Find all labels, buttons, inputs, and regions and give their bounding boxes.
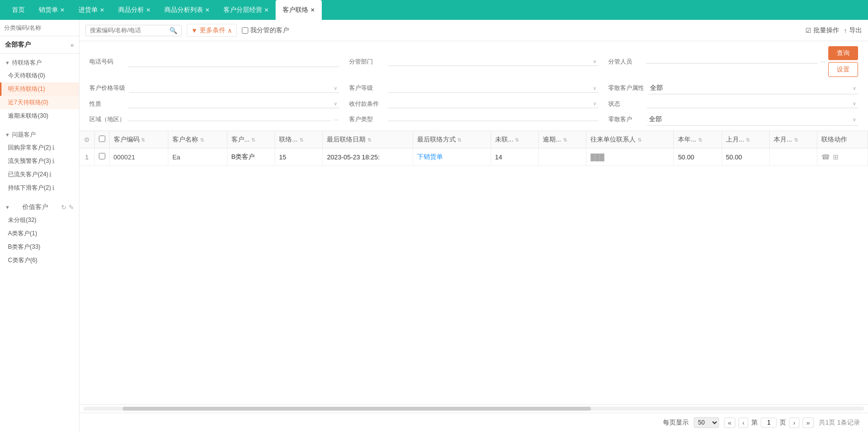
sidebar-item-abnormal[interactable]: 回购异常客户(2) ℹ (0, 141, 79, 154)
sort-type-icon[interactable]: ⇅ (251, 137, 255, 143)
page-number-input[interactable] (761, 418, 777, 428)
filter-icon: ▼ (191, 27, 198, 34)
action-phone-icon[interactable]: ☎ (821, 153, 830, 161)
person-ellipsis[interactable]: ··· (820, 58, 825, 65)
filter-phone: 电话号码 (89, 57, 339, 67)
nav-product-list-close[interactable]: ✕ (205, 7, 210, 13)
th-last-month: 上月... ⇅ (722, 131, 769, 148)
sort-this-month-icon[interactable]: ⇅ (794, 137, 798, 143)
nav-sales-close[interactable]: ✕ (60, 7, 65, 13)
set-button[interactable]: 设置 (828, 62, 858, 77)
customer-level-chevron-icon: ∨ (593, 85, 596, 91)
row-checkbox[interactable] (99, 153, 105, 159)
th-gear[interactable]: ⚙ (79, 131, 94, 148)
search-input[interactable] (90, 27, 169, 34)
sidebar-item-a-class[interactable]: A类客户(1) (0, 227, 79, 240)
th-contacts: 往来单位联系人 ⇅ (586, 131, 674, 148)
sidebar-item-today[interactable]: 今天待联络(0) (0, 69, 79, 82)
filter-payment: 收付款条件 ∨ (349, 99, 599, 108)
value-refresh-icon[interactable]: ↻ (61, 204, 67, 211)
price-level-chevron-icon: ∨ (334, 85, 337, 91)
value-edit-icon[interactable]: ✎ (69, 204, 74, 211)
select-all-checkbox[interactable] (99, 136, 105, 142)
th-no-contact: 未联... ⇅ (491, 131, 538, 148)
prev-page-btn[interactable]: ‹ (738, 418, 748, 428)
sort-name-icon[interactable]: ⇅ (200, 137, 204, 143)
sidebar-item-c-class[interactable]: C类客户(6) (0, 254, 79, 267)
filter-retail-customer-select[interactable]: 全部 ∨ (647, 113, 858, 126)
query-button[interactable]: 查询 (828, 46, 858, 60)
nav-customer-segment-close[interactable]: ✕ (264, 7, 269, 13)
sort-this-year-icon[interactable]: ⇅ (698, 137, 702, 143)
per-page-select[interactable]: 50 100 (694, 417, 719, 428)
cell-checkbox[interactable] (94, 148, 109, 166)
dept-chevron-icon: ∨ (593, 59, 596, 64)
filter-payment-select[interactable]: ∨ (388, 99, 599, 108)
filter-retail-attr-select[interactable]: 全部 ∨ (648, 82, 858, 94)
filter-status-select[interactable]: ∨ (647, 99, 858, 108)
filter-customer-level-select[interactable]: ∨ (388, 84, 599, 93)
sidebar-item-b-class[interactable]: B类客户(33) (0, 240, 79, 254)
last-method-link[interactable]: 下销货单 (417, 153, 443, 160)
sort-contacts-icon[interactable]: ⇅ (638, 137, 642, 143)
sort-code-icon[interactable]: ⇅ (141, 137, 145, 143)
nav-product-analysis[interactable]: 商品分析 ✕ (111, 0, 157, 20)
sidebar-item-tomorrow[interactable]: 明天待联络(1) (0, 82, 79, 96)
filter-person: 分管人员 ··· 查询 设置 (608, 46, 858, 77)
sidebar-all-customers[interactable]: 全部客户 « (0, 36, 79, 54)
table-header-row: ⚙ 客户编码 ⇅ 客户名称 ⇅ 客户... ⇅ 联络... ⇅ 最后联络日期 ⇅… (79, 131, 868, 148)
search-icon[interactable]: 🔍 (169, 27, 177, 34)
status-chevron-icon: ∨ (853, 101, 856, 106)
cell-last-method[interactable]: 下销货单 (413, 148, 491, 166)
nav-product-list[interactable]: 商品分析列表 ✕ (157, 0, 217, 20)
scroll-thumb[interactable] (123, 407, 591, 411)
nav-sales[interactable]: 销货单 ✕ (32, 0, 72, 20)
filter-customer-type-select[interactable] (388, 118, 599, 121)
first-page-btn[interactable]: « (724, 418, 735, 428)
sidebar-section-problem: 问题客户 回购异常客户(2) ℹ 流失预警客户(3) ℹ 已流失客户(24) ℹ… (0, 126, 79, 198)
filter-more-btn[interactable]: ▼ 更多条件 ∧ (187, 24, 237, 37)
sidebar-item-overdue[interactable]: 逾期未联络(30) (0, 109, 79, 123)
nav-customer-contact-close[interactable]: ✕ (310, 7, 315, 13)
filter-gender-select[interactable]: ∨ (128, 99, 339, 108)
filter-dept-select[interactable]: ∨ (388, 57, 599, 66)
cell-this-month (770, 148, 817, 166)
sidebar-item-ungroup[interactable]: 未分组(32) (0, 214, 79, 227)
sort-no-contact-icon[interactable]: ⇅ (515, 137, 519, 143)
sidebar-search-wrap: 🔍 (0, 20, 79, 36)
sidebar-item-lost[interactable]: 已流失客户(24) ℹ (0, 168, 79, 181)
nav-customer-contact[interactable]: 客户联络 ✕ (276, 0, 322, 20)
my-customers-wrap: 我分管的客户 (242, 26, 289, 35)
sort-last-month-icon[interactable]: ⇅ (746, 137, 750, 143)
nav-purchase-close[interactable]: ✕ (100, 7, 104, 13)
sidebar-item-lost-warning[interactable]: 流失预警客户(3) ℹ (0, 154, 79, 168)
sort-overdue-icon[interactable]: ⇅ (563, 137, 567, 143)
action-grid-icon[interactable]: ⊞ (833, 153, 839, 161)
sort-contact-icon[interactable]: ⇅ (299, 137, 303, 143)
filter-panel: 电话号码 分管部门 ∨ 分管人员 ··· 查询 设置 (79, 41, 868, 131)
sort-last-date-icon[interactable]: ⇅ (367, 137, 371, 143)
next-page-btn[interactable]: › (789, 418, 799, 428)
region-ellipsis[interactable]: ··· (334, 116, 339, 123)
my-customers-checkbox[interactable] (242, 27, 248, 34)
cell-code: 000021 (109, 148, 168, 166)
batch-ops-btn[interactable]: ☑ 批量操作 (805, 26, 839, 35)
sidebar-collapse-icon[interactable]: « (71, 41, 74, 49)
filter-phone-input[interactable] (128, 57, 339, 67)
filter-price-level-select[interactable]: ∨ (129, 84, 339, 93)
filter-dept: 分管部门 ∨ (349, 57, 599, 66)
filter-retail-attr: 零散客户属性 全部 ∨ (608, 82, 858, 94)
export-btn[interactable]: ↑ 导出 (844, 26, 863, 35)
sort-last-method-icon[interactable]: ⇅ (457, 137, 461, 143)
th-checkbox[interactable] (94, 131, 109, 148)
nav-product-analysis-close[interactable]: ✕ (146, 7, 150, 13)
nav-customer-segment[interactable]: 客户分层经营 ✕ (217, 0, 276, 20)
sidebar-item-week[interactable]: 近7天待联络(0) (0, 96, 79, 109)
nav-purchase[interactable]: 进货单 ✕ (72, 0, 111, 20)
last-page-btn[interactable]: » (802, 418, 814, 428)
sidebar-search-input[interactable] (4, 24, 78, 31)
filter-region: 区域（地区） ··· (89, 115, 339, 124)
sidebar-item-declining[interactable]: 持续下滑客户(2) ℹ (0, 181, 79, 195)
bottom-scrollbar (79, 404, 868, 413)
nav-home[interactable]: 首页 (5, 0, 32, 20)
